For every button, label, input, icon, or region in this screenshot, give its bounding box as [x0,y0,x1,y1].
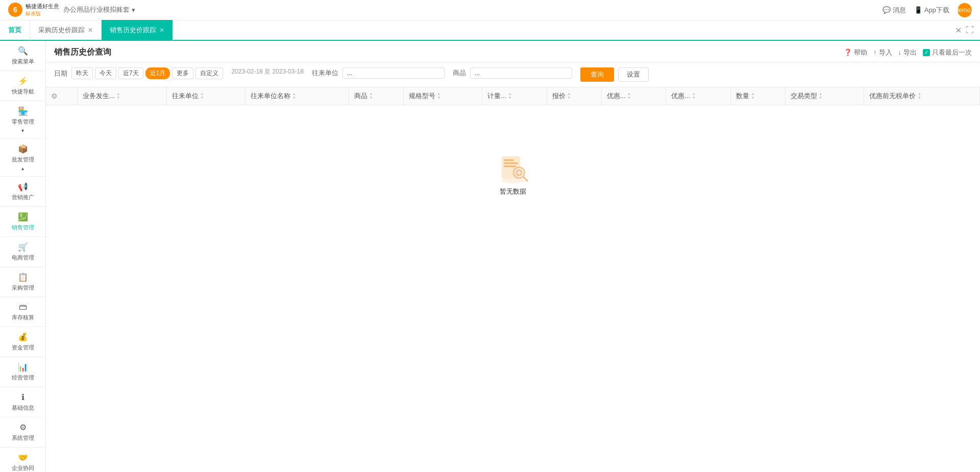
sidebar-item-basic-info[interactable]: ℹ 基础信息 [0,387,45,417]
partner-input[interactable]: ... [342,67,445,79]
sidebar-item-finance-mgmt[interactable]: 💰 资金管理 [0,327,45,357]
filter-area: 日期 昨天 今天 近7天 近1月 更多 自定义 2023-02-18 至 202… [46,62,980,87]
date-btn-yesterday[interactable]: 昨天 [71,67,93,79]
tab-sales-history[interactable]: 销售历史价跟踪 ✕ [102,20,173,40]
message-btn[interactable]: 💬 消息 [883,6,906,15]
date-btn-last1month[interactable]: 近1月 [145,67,170,79]
only-last-checkbox-label[interactable]: ✓ 只看最后一次 [923,48,972,57]
th-pre-tax-price[interactable]: 优惠前无税单价 ▲▼ [864,87,980,105]
page-header-actions: ❓ 帮助 ↑ 导入 ↓ 导出 ✓ 只看最后一次 [844,48,972,57]
sidebar-item-ecommerce-mgmt[interactable]: 🛒 电商管理 [0,237,45,267]
th-partner-code-label: 往来单位 [172,91,199,101]
export-btn[interactable]: ↓ 导出 [898,48,917,57]
partner-input-dots: ... [347,69,352,77]
finance-icon: 💰 [18,332,28,342]
date-btn-last7days[interactable]: 近7天 [118,67,143,79]
tab-sales-history-label: 销售历史价跟踪 [110,26,156,35]
th-discount2-label: 优惠... [671,91,690,101]
query-button[interactable]: 查询 [580,67,614,82]
retail-arrow-icon: ▾ [21,128,24,133]
page-title: 销售历史价查询 [54,47,111,58]
sidebar-label-inventory: 库存核算 [12,314,34,321]
collab-icon: 🤝 [18,453,28,462]
svg-rect-2 [504,159,514,161]
wholesale-icon: 📦 [18,144,28,154]
account-dropdown[interactable]: 办公用品行业模拟账套 ▾ [63,5,135,14]
main-area: 🔍 搜索菜单 ⚡ 快捷导航 🏪 零售管理 ▾ 📦 批发管理 ▴ 📢 营销推广 💹… [0,41,980,472]
th-gear[interactable]: ⚙ [46,87,78,105]
th-spec[interactable]: 规格型号 ▲▼ [403,87,482,105]
logo-text-group: 畅捷通好生意 标准版 [26,3,59,17]
tab-purchase-history-close[interactable]: ✕ [88,27,93,34]
export-label: 导出 [903,48,917,57]
sidebar-label-enterprise-collab: 企业协同 [12,464,34,472]
th-qty[interactable]: 数量 ▲▼ [731,87,786,105]
logo-area: 6 畅捷通好生意 标准版 [8,3,59,17]
sort-arrows-unit: ▲▼ [508,92,512,100]
sidebar-label-quick-nav: 快捷导航 [12,88,34,96]
sidebar-item-operations-mgmt[interactable]: 📊 经营管理 [0,357,45,387]
user-profile[interactable]: demo2 [958,3,972,17]
product-input-dots: ... [475,69,480,77]
th-discount1-label: 优惠... [607,91,626,101]
table-header-row: ⚙ 业务发生... ▲▼ 往来单位 ▲▼ [46,87,980,105]
inventory-icon: 🗃 [19,302,27,312]
sidebar-item-purchase-mgmt[interactable]: 📋 采购管理 [0,267,45,297]
svg-point-0 [502,178,524,183]
product-input[interactable]: ... [470,67,572,79]
sidebar-label-operations-mgmt: 经营管理 [12,374,34,382]
close-all-tabs-btn[interactable]: ✕ [955,26,962,35]
th-product[interactable]: 商品 ▲▼ [349,87,403,105]
th-quote[interactable]: 报价 ▲▼ [547,87,602,105]
sort-arrows-quote: ▲▼ [567,92,571,100]
date-btn-custom[interactable]: 自定义 [195,67,223,79]
th-partner-name-label: 往来单位名称 [251,91,290,101]
marketing-icon: 📢 [18,182,28,192]
message-label: 消息 [893,6,906,15]
import-btn[interactable]: ↑ 导入 [873,48,892,57]
sidebar-item-marketing[interactable]: 📢 营销推广 [0,177,45,207]
th-trade-type-label: 交易类型 [791,91,817,101]
th-trade-type[interactable]: 交易类型 ▲▼ [785,87,864,105]
settings-button[interactable]: 设置 [618,67,649,82]
sort-arrows-spec: ▲▼ [437,92,441,100]
th-biz-date[interactable]: 业务发生... ▲▼ [78,87,167,105]
topbar-right: 💬 消息 📱 App下载 demo2 [883,3,972,17]
th-discount2[interactable]: 优惠... ▲▼ [666,87,731,105]
date-btn-today[interactable]: 今天 [95,67,116,79]
quick-nav-icon: ⚡ [18,76,28,86]
date-btn-more[interactable]: 更多 [172,67,193,79]
th-discount1[interactable]: 优惠... ▲▼ [601,87,666,105]
tab-home[interactable]: 首页 [0,20,30,40]
avatar: demo2 [958,3,972,17]
sort-arrows-pre-tax-price: ▲▼ [917,92,921,100]
sidebar-label-retail-mgmt: 零售管理 [12,118,34,126]
sidebar-item-inventory[interactable]: 🗃 库存核算 [0,297,45,327]
tabbar: 首页 采购历史价跟踪 ✕ 销售历史价跟踪 ✕ ✕ ⛶ [0,20,980,41]
help-btn[interactable]: ❓ 帮助 [844,48,867,57]
maximize-btn[interactable]: ⛶ [966,26,974,35]
th-partner-name[interactable]: 往来单位名称 ▲▼ [246,87,349,105]
sidebar-item-system-mgmt[interactable]: ⚙ 系统管理 [0,417,45,447]
system-icon: ⚙ [19,422,27,432]
date-filter-label: 日期 [54,69,67,78]
sidebar-item-enterprise-collab[interactable]: 🤝 企业协同 [0,447,45,472]
sidebar-item-sales-mgmt[interactable]: 💹 销售管理 [0,207,45,237]
sidebar-item-wholesale-mgmt[interactable]: 📦 批发管理 ▴ [0,139,45,177]
sidebar-item-retail-mgmt[interactable]: 🏪 零售管理 ▾ [0,101,45,139]
sidebar-item-search-menu[interactable]: 🔍 搜索菜单 [0,41,45,71]
only-last-checkbox[interactable]: ✓ [923,49,930,56]
date-filter-row: 日期 昨天 今天 近7天 近1月 更多 自定义 [54,67,223,79]
tab-sales-history-close[interactable]: ✕ [159,27,164,34]
th-biz-date-label: 业务发生... [83,91,115,101]
sidebar-item-quick-nav[interactable]: ⚡ 快捷导航 [0,71,45,101]
tab-purchase-history[interactable]: 采购历史价跟踪 ✕ [30,20,102,40]
table-area: ⚙ 业务发生... ▲▼ 往来单位 ▲▼ [46,87,980,472]
th-partner-code[interactable]: 往来单位 ▲▼ [166,87,246,105]
sort-arrows-biz-date: ▲▼ [116,92,120,100]
th-unit[interactable]: 计量... ▲▼ [482,87,547,105]
help-label: 帮助 [854,48,867,57]
basic-info-icon: ℹ [21,392,24,402]
app-download-btn[interactable]: 📱 App下载 [914,6,949,15]
sidebar-label-purchase-mgmt: 采购管理 [12,284,34,292]
